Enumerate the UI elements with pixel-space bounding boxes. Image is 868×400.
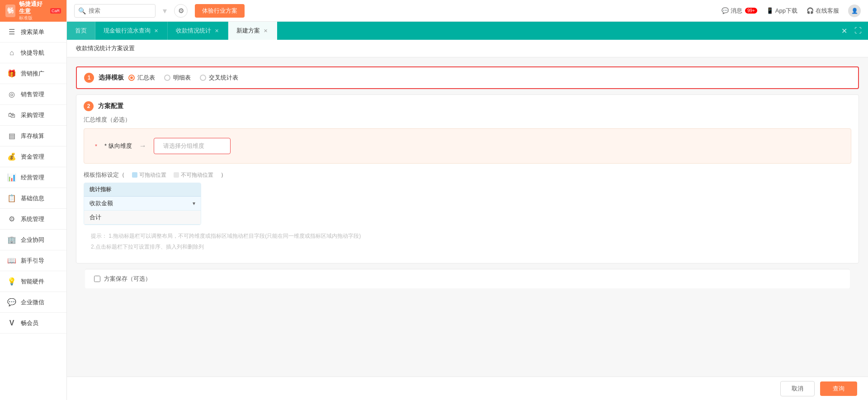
sidebar-item-marketing[interactable]: 🎁 营销推广 bbox=[0, 63, 66, 84]
search-box[interactable]: 🔍 bbox=[74, 4, 156, 18]
search-icon: 🔍 bbox=[78, 7, 86, 14]
section2-panel: 2 方案配置 汇总维度（必选） * * 纵向维度 → 请选择分组维度 bbox=[76, 94, 859, 264]
indicator-table: 统计指标 收款金额 ▾ 合计 bbox=[84, 183, 201, 225]
sidebar-item-finance[interactable]: 💰 资金管理 bbox=[0, 146, 66, 167]
dimension-vertical-label: * 纵向维度 bbox=[104, 142, 132, 150]
management-icon: 📊 bbox=[7, 173, 16, 182]
tips-area: 提示： 1.拖动标题栏可以调整布局，不可跨维度或指标区域拖动栏目字段(只能在同一… bbox=[84, 225, 851, 256]
base-info-icon: 📋 bbox=[7, 194, 16, 202]
marketing-icon: 🎁 bbox=[7, 69, 16, 78]
radio-summary[interactable]: 汇总表 bbox=[128, 74, 155, 82]
sidebar-item-guide-label: 新手引导 bbox=[21, 257, 44, 265]
wechat-icon: 💬 bbox=[7, 298, 16, 306]
save-checkbox[interactable] bbox=[94, 276, 100, 282]
sidebar-item-enterprise[interactable]: 🏢 企业协同 bbox=[0, 230, 66, 250]
payment-stat-tab-close-icon[interactable]: ✕ bbox=[214, 28, 220, 34]
notifications-btn[interactable]: 💬 消息 99+ bbox=[722, 7, 757, 15]
sidebar-item-sys-mgmt[interactable]: ⚙ 系统管理 bbox=[0, 209, 66, 230]
dimension-subtitle: 汇总维度（必选） bbox=[84, 116, 851, 124]
form-area: 1 选择模板 汇总表 明细表 交叉统计表 bbox=[67, 57, 868, 297]
sys-mgmt-icon: ⚙ bbox=[7, 215, 16, 223]
finance-icon: 💰 bbox=[7, 152, 16, 161]
sidebar-item-search-menu-label: 搜索菜单 bbox=[21, 28, 44, 36]
sidebar-item-sales[interactable]: ◎ 销售管理 bbox=[0, 84, 66, 105]
purchase-icon: 🛍 bbox=[7, 111, 16, 119]
sidebar-item-purchase[interactable]: 🛍 采购管理 bbox=[0, 105, 66, 126]
gear-icon: ⚙ bbox=[178, 7, 184, 15]
tip-1-text: 提示： 1.拖动标题栏可以调整布局，不可跨维度或指标区域拖动栏目字段(只能在同一… bbox=[91, 231, 361, 241]
sidebar-item-smart-hw[interactable]: 💡 智能硬件 bbox=[0, 271, 66, 292]
sidebar-item-inventory-label: 库存核算 bbox=[21, 132, 44, 140]
save-label: 方案保存（可选） bbox=[104, 275, 151, 283]
sidebar-item-marketing-label: 营销推广 bbox=[21, 70, 44, 78]
indicator-row-payment[interactable]: 收款金额 ▾ bbox=[84, 197, 201, 211]
indicator-table-header: 统计指标 bbox=[84, 183, 201, 197]
sidebar-item-inventory[interactable]: ▤ 库存核算 bbox=[0, 126, 66, 146]
sidebar-item-sys-mgmt-label: 系统管理 bbox=[21, 215, 44, 223]
sidebar-item-member-label: 畅会员 bbox=[21, 319, 38, 327]
close-tab-icon[interactable]: ✕ bbox=[839, 25, 850, 37]
sidebar-item-sales-label: 销售管理 bbox=[21, 90, 44, 99]
radio-summary-label: 汇总表 bbox=[137, 74, 155, 82]
trial-industry-button[interactable]: 体验行业方案 bbox=[195, 4, 245, 18]
tip-2-text: 2.点击标题栏下拉可设置排序、插入列和删除列 bbox=[91, 241, 204, 252]
query-button[interactable]: 查询 bbox=[820, 381, 857, 396]
tabbar-actions: ✕ ⛶ bbox=[839, 25, 868, 37]
sidebar-item-search-menu[interactable]: ☰ 搜索菜单 bbox=[0, 22, 66, 42]
tab-payment-stat[interactable]: 收款情况统计 ✕ bbox=[168, 22, 228, 40]
tab-new-plan[interactable]: 新建方案 ✕ bbox=[228, 22, 277, 40]
sidebar-item-management[interactable]: 📊 经营管理 bbox=[0, 167, 66, 188]
dropdown-arrow-icon[interactable]: ▾ bbox=[163, 6, 167, 16]
bank-flow-tab-close-icon[interactable]: ✕ bbox=[153, 28, 159, 34]
radio-cross-dot bbox=[200, 75, 206, 81]
smart-hw-icon: 💡 bbox=[7, 277, 16, 286]
dimension-input[interactable]: 请选择分组维度 bbox=[154, 138, 231, 154]
tip-line-2: 2.点击标题栏下拉可设置排序、插入列和删除列 bbox=[91, 241, 844, 252]
main-area: 🔍 ▾ ⚙ 体验行业方案 💬 消息 99+ 📱 App下载 🎧 在线客服 👤 bbox=[67, 0, 868, 400]
legend-draggable: 可拖动位置 bbox=[132, 171, 166, 179]
quick-nav-icon: ⌂ bbox=[7, 49, 16, 57]
new-plan-tab-close-icon[interactable]: ✕ bbox=[263, 28, 269, 34]
notifications-label: 消息 bbox=[731, 7, 742, 15]
sidebar-item-wechat[interactable]: 💬 企业微信 bbox=[0, 292, 66, 313]
cancel-button[interactable]: 取消 bbox=[780, 381, 815, 396]
indicator-dropdown-icon[interactable]: ▾ bbox=[193, 200, 195, 207]
sidebar-item-guide[interactable]: 📖 新手引导 bbox=[0, 250, 66, 271]
tab-home[interactable]: 首页 bbox=[67, 22, 95, 40]
app-download-label: App下载 bbox=[775, 7, 797, 15]
service-icon: 🎧 bbox=[807, 7, 814, 14]
sidebar: 畅 畅捷通好生意 标准版 CaR ☰ 搜索菜单 ⌂ 快捷导航 🎁 营销推广 ◎ … bbox=[0, 0, 67, 400]
tab-bank-flow[interactable]: 现金银行流水查询 ✕ bbox=[95, 22, 168, 40]
sidebar-item-quick-nav[interactable]: ⌂ 快捷导航 bbox=[0, 42, 66, 63]
app-download-btn[interactable]: 📱 App下载 bbox=[766, 7, 797, 15]
radio-summary-dot bbox=[128, 75, 135, 81]
online-service-btn[interactable]: 🎧 在线客服 bbox=[807, 7, 839, 15]
content-area: 收款情况统计方案设置 1 选择模板 汇总表 明细表 bbox=[67, 40, 868, 376]
legend-draggable-label: 可拖动位置 bbox=[139, 171, 166, 179]
config-area: 汇总维度（必选） * * 纵向维度 → 请选择分组维度 模板指标设定（ bbox=[76, 116, 859, 263]
avatar: 👤 bbox=[848, 5, 861, 17]
expand-tab-icon[interactable]: ⛶ bbox=[852, 25, 864, 37]
section1-number: 1 bbox=[84, 73, 94, 83]
user-avatar-btn[interactable]: 👤 bbox=[848, 5, 861, 17]
search-input[interactable] bbox=[89, 7, 143, 14]
guide-icon: 📖 bbox=[7, 256, 16, 265]
sidebar-item-wechat-label: 企业微信 bbox=[21, 298, 44, 306]
logo-badge: CaR bbox=[50, 8, 61, 14]
radio-detail[interactable]: 明细表 bbox=[164, 74, 191, 82]
sidebar-item-base-info[interactable]: 📋 基础信息 bbox=[0, 188, 66, 209]
radio-cross[interactable]: 交叉统计表 bbox=[200, 74, 238, 82]
indicator-settings-header: 模板指标设定（ 可拖动位置 不可拖动位置 bbox=[84, 171, 851, 179]
settings-gear-btn[interactable]: ⚙ bbox=[174, 4, 188, 18]
page-title: 收款情况统计方案设置 bbox=[67, 40, 868, 57]
legend-fixed: 不可拖动位置 bbox=[174, 171, 213, 179]
topbar: 🔍 ▾ ⚙ 体验行业方案 💬 消息 99+ 📱 App下载 🎧 在线客服 👤 bbox=[67, 0, 868, 22]
section1-panel: 1 选择模板 汇总表 明细表 交叉统计表 bbox=[76, 66, 859, 89]
logo-text-group: 畅捷通好生意 标准版 bbox=[19, 0, 47, 21]
bank-flow-tab-label: 现金银行流水查询 bbox=[104, 27, 151, 35]
sidebar-item-member[interactable]: V 畅会员 bbox=[0, 313, 66, 334]
payment-stat-tab-label: 收款情况统计 bbox=[176, 27, 211, 35]
legend-fixed-label: 不可拖动位置 bbox=[181, 171, 213, 179]
template-radio-group: 汇总表 明细表 交叉统计表 bbox=[128, 74, 238, 82]
sidebar-item-finance-label: 资金管理 bbox=[21, 153, 44, 161]
